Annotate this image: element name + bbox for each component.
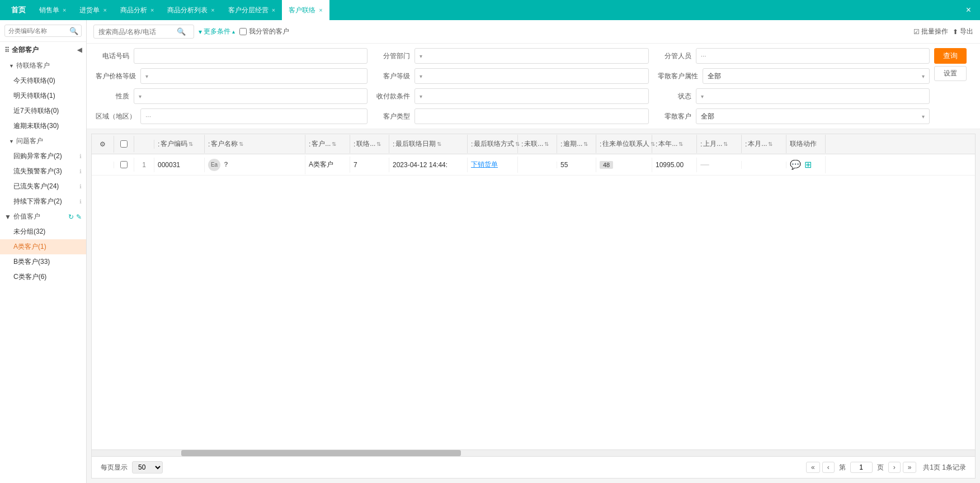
- close-product-analysis[interactable]: ×: [150, 7, 154, 13]
- sidebar-all-customers[interactable]: ⠿ 全部客户 ◀: [0, 42, 86, 58]
- dept-arrow: ▾: [420, 53, 422, 59]
- chat-action-icon[interactable]: 💬: [790, 159, 801, 170]
- td-num: 1: [134, 158, 154, 172]
- th-unit-contact[interactable]: : 往来单位联系人 ⇅: [596, 135, 652, 153]
- region-input[interactable]: ···: [140, 108, 368, 124]
- edit-icon[interactable]: ✎: [76, 213, 82, 221]
- page-label: 第: [839, 463, 846, 472]
- collapse-sidebar-icon[interactable]: ◀: [77, 46, 82, 54]
- sidebar-pending-contact-group[interactable]: ▼ 待联络客户: [0, 58, 86, 73]
- td-check[interactable]: [114, 158, 134, 172]
- sidebar-repeat-issue[interactable]: 回购异常客户(2) ℹ: [0, 149, 86, 164]
- th-thismonth[interactable]: : 本月... ⇅: [742, 135, 786, 153]
- first-page-btn[interactable]: «: [806, 462, 820, 473]
- status-select[interactable]: ▾: [696, 88, 930, 104]
- grid-action-icon[interactable]: ⊞: [804, 159, 812, 170]
- select-all-checkbox[interactable]: [120, 140, 128, 148]
- th-contact[interactable]: : 联络... ⇅: [350, 135, 389, 153]
- sort-thismonth-icon[interactable]: ⇅: [768, 141, 772, 147]
- sort-code-icon[interactable]: ⇅: [189, 141, 193, 147]
- my-customers-checkbox[interactable]: 我分管的客户: [239, 27, 289, 36]
- next-page-btn[interactable]: ›: [888, 462, 901, 473]
- customer-type-input[interactable]: [414, 108, 648, 124]
- scatter-arrow: ▾: [922, 113, 925, 120]
- horizontal-scrollbar[interactable]: [92, 449, 975, 456]
- scatter-attr-label: 零散客户属性: [658, 72, 698, 81]
- sidebar-lost[interactable]: 流失预警客户(3) ℹ: [0, 164, 86, 179]
- manager-input[interactable]: ···: [696, 48, 930, 64]
- price-level-select[interactable]: ▾: [140, 68, 368, 84]
- th-lastmonth[interactable]: : 上月... ⇅: [697, 135, 742, 153]
- prev-page-btn[interactable]: ‹: [822, 462, 835, 473]
- sidebar-churned[interactable]: 已流失客户(24) ℹ: [0, 179, 86, 194]
- query-btn[interactable]: 查询: [934, 48, 967, 64]
- settings-btn[interactable]: 设置: [934, 66, 967, 81]
- th-year[interactable]: : 本年... ⇅: [652, 135, 697, 153]
- sort-contact-icon[interactable]: ⇅: [376, 141, 381, 147]
- sort-overdue-icon[interactable]: ⇅: [583, 141, 588, 147]
- close-customer-contact[interactable]: ×: [319, 7, 322, 13]
- sort-type-icon[interactable]: ⇅: [332, 141, 336, 147]
- sidebar-week[interactable]: 近7天待联络(0): [0, 103, 86, 119]
- main-search-input[interactable]: [98, 28, 177, 36]
- customer-level-select[interactable]: ▾: [414, 68, 648, 84]
- nav-customer-contact[interactable]: 客户联络 ×: [282, 0, 329, 20]
- th-unlisted[interactable]: : 未联... ⇅: [518, 135, 557, 153]
- close-product-analysis-list[interactable]: ×: [211, 7, 214, 13]
- sort-date-icon[interactable]: ⇅: [437, 141, 441, 147]
- phone-input[interactable]: [134, 48, 368, 64]
- nav-product-analysis-list[interactable]: 商品分析列表 ×: [161, 0, 221, 20]
- close-all-tabs[interactable]: ×: [962, 5, 976, 15]
- sidebar-today[interactable]: 今天待联络(0): [0, 73, 86, 88]
- nav-sales-order[interactable]: 销售单 ×: [32, 0, 73, 20]
- page-size-select[interactable]: 50 20 100: [132, 461, 163, 473]
- nav-product-analysis[interactable]: 商品分析 ×: [114, 0, 161, 20]
- sidebar-sustained-decline[interactable]: 持续下滑客户(2) ℹ: [0, 194, 86, 209]
- th-name[interactable]: : 客户名称 ⇅: [205, 135, 305, 153]
- sidebar-c-class[interactable]: C类客户(6): [0, 269, 86, 285]
- nav-customer-segment[interactable]: 客户分层经营 ×: [222, 0, 282, 20]
- export-btn[interactable]: ⬆ 导出: [953, 27, 973, 36]
- sidebar-tomorrow[interactable]: 明天待联络(1): [0, 88, 86, 103]
- close-customer-segment[interactable]: ×: [272, 7, 275, 13]
- sidebar-value-customers-group[interactable]: ▼ 价值客户 ↻ ✎: [0, 209, 86, 224]
- dept-select[interactable]: ▾: [414, 48, 648, 64]
- batch-op-btn[interactable]: ☑ 批量操作: [913, 27, 948, 36]
- page-number-input[interactable]: [850, 462, 873, 473]
- refresh-icon[interactable]: ↻: [68, 213, 74, 221]
- th-settings[interactable]: ⚙: [92, 136, 114, 153]
- th-overdue[interactable]: : 逾期... ⇅: [557, 135, 596, 153]
- close-sales-order[interactable]: ×: [63, 7, 66, 13]
- scrollbar-thumb[interactable]: [181, 450, 461, 456]
- my-customers-check[interactable]: [239, 28, 247, 35]
- sort-year-icon[interactable]: ⇅: [679, 141, 683, 147]
- sidebar-problem-customers-group[interactable]: ▼ 问题客户: [0, 134, 86, 149]
- td-unlisted: [518, 162, 557, 168]
- scatter-select[interactable]: 全部 ▾: [696, 108, 930, 124]
- sidebar-a-class[interactable]: A类客户(1): [0, 239, 86, 254]
- more-filters-btn[interactable]: ▾ 更多条件 ▴: [199, 27, 235, 36]
- scatter-attr-select[interactable]: 全部 ▾: [703, 68, 930, 84]
- sort-lastmonth-icon[interactable]: ⇅: [723, 141, 728, 147]
- customer-avatar: Ea: [208, 159, 220, 171]
- th-code[interactable]: : 客户编码 ⇅: [154, 135, 205, 153]
- gear-icon[interactable]: ⚙: [100, 140, 106, 148]
- sidebar-overdue[interactable]: 逾期未联络(30): [0, 119, 86, 134]
- sidebar-b-class[interactable]: B类客户(33): [0, 254, 86, 269]
- th-date[interactable]: : 最后联络日期 ⇅: [389, 135, 468, 153]
- row-checkbox[interactable]: [120, 161, 128, 168]
- sort-name-icon[interactable]: ⇅: [239, 141, 243, 147]
- th-method[interactable]: : 最后联络方式 ⇅: [468, 135, 518, 153]
- nav-home[interactable]: 首页: [4, 0, 32, 20]
- payment-select[interactable]: ▾: [414, 88, 648, 104]
- method-link[interactable]: 下销货单: [471, 160, 498, 169]
- close-purchase-order[interactable]: ×: [103, 7, 106, 13]
- th-type[interactable]: : 客户... ⇅: [305, 135, 350, 153]
- nav-purchase-order[interactable]: 进货单 ×: [73, 0, 113, 20]
- main-search-container: 🔍: [93, 25, 194, 39]
- nature-select[interactable]: ▾: [134, 88, 368, 104]
- sidebar-ungrouped[interactable]: 未分组(32): [0, 224, 86, 239]
- td-method[interactable]: 下销货单: [468, 157, 518, 173]
- sort-unlisted-icon[interactable]: ⇅: [544, 141, 549, 147]
- last-page-btn[interactable]: »: [903, 462, 917, 473]
